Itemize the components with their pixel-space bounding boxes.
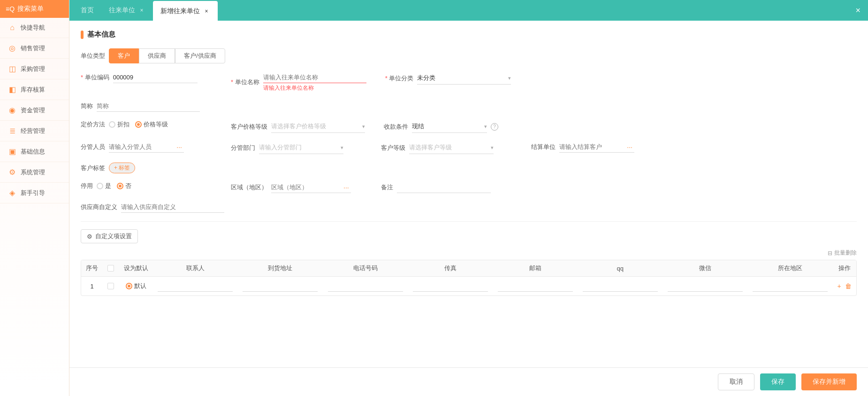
disabled-yes-option[interactable]: 是 [97,182,111,190]
unit-type-supplier-btn[interactable]: 供应商 [139,48,175,63]
sidebar-item-label: 快捷导航 [21,23,45,32]
abbr-input[interactable] [97,101,200,112]
manager-more-btn[interactable]: ··· [175,143,184,151]
sidebar-item-label: 基础信息 [21,148,45,156]
manager-input[interactable] [109,141,175,152]
unit-type-both-btn[interactable]: 客户/供应商 [175,48,225,63]
col-wechat: 微信 [662,260,747,277]
manager-input-wrapper: ··· [109,141,184,153]
region-input[interactable] [271,182,342,193]
remark-group: 备注 [381,182,512,193]
email-input[interactable] [498,280,573,292]
tab-unit-new-close[interactable]: × [203,8,210,15]
row-default-radio[interactable] [126,283,132,289]
row-checkbox[interactable] [107,283,114,289]
sidebar-item-inventory[interactable]: ◧ 库存核算 [0,79,69,100]
pricing-discount-radio[interactable] [109,121,115,128]
sidebar-item-finance[interactable]: ◉ 资金管理 [0,100,69,121]
col-default: 设为默认 [119,260,152,277]
col-contact: 联系人 [153,260,238,277]
main-area: 首页 往来单位 × 新增往来单位 × × 基本信息 单位类型 客户 供应商 客 [69,0,868,396]
payment-terms-label: 收款条件 [384,123,408,131]
customer-level-label: 客户等级 [381,144,405,152]
search-menu-btn[interactable]: ≡Q 搜索菜单 [0,0,69,18]
batch-delete-btn[interactable]: ⊟ 批量删除 [828,249,857,257]
close-all-tabs-btn[interactable]: × [852,4,864,17]
tab-unit-list-close[interactable]: × [138,7,145,14]
unit-name-input[interactable] [263,72,366,83]
payment-terms-info-icon[interactable]: ? [491,123,498,131]
save-button[interactable]: 保存 [760,373,796,390]
sidebar-item-quick-nav[interactable]: ⌂ 快捷导航 [0,18,69,38]
disabled-no-label: 否 [125,182,131,190]
batch-delete-label: 批量删除 [834,249,857,257]
col-qq: qq [578,260,662,277]
customer-level-select[interactable]: 请选择客户等级 ▾ [409,141,494,154]
sidebar-item-label: 销售管理 [21,44,45,53]
fax-input[interactable] [413,280,488,292]
tab-unit-list[interactable]: 往来单位 × [101,0,153,21]
department-select[interactable]: 请输入分管部门 ▾ [259,141,343,154]
contact-input[interactable] [158,280,233,292]
sidebar-item-operations[interactable]: ≣ 经营管理 [0,121,69,141]
disabled-no-option[interactable]: 否 [117,182,131,190]
pricing-discount-option[interactable]: 折扣 [109,120,129,129]
unit-category-group: 单位分类 未分类 ▾ [385,72,517,85]
add-tag-btn[interactable]: + 标签 [109,163,135,173]
tab-home[interactable]: 首页 [73,0,101,21]
select-all-checkbox[interactable] [107,265,114,272]
delete-row-btn[interactable]: 🗑 [845,282,852,290]
phone-input[interactable] [328,280,403,292]
sidebar-item-base-info[interactable]: ▣ 基础信息 [0,141,69,162]
disabled-yes-radio[interactable] [97,183,103,189]
address-input[interactable] [243,280,318,292]
inventory-icon: ◧ [8,85,17,94]
sidebar-item-purchase[interactable]: ◫ 采购管理 [0,59,69,79]
section-header: 基本信息 [81,30,857,39]
sidebar-item-label: 资金管理 [21,106,45,115]
abbr-label: 简称 [81,102,93,110]
sidebar-item-label: 库存核算 [21,85,45,94]
save-new-button[interactable]: 保存并新增 [801,373,857,390]
customer-price-select[interactable]: 请选择客户价格等级 ▾ [271,120,365,133]
search-menu-label: 搜索菜单 [17,5,44,13]
custom-settings-btn[interactable]: ⚙ 自定义项设置 [81,229,138,243]
unit-category-value: 未分类 [417,74,435,82]
chevron-down-icon: ▾ [508,75,511,81]
settlement-input[interactable] [559,141,625,152]
unit-type-customer-btn[interactable]: 客户 [109,48,139,63]
tab-unit-new[interactable]: 新增往来单位 × [153,1,218,22]
remark-input[interactable] [397,182,491,193]
cancel-button[interactable]: 取消 [718,373,754,390]
unit-name-group: 单位名称 请输入往来单位名称 [231,72,366,92]
pricing-level-option[interactable]: 价格等级 [135,120,168,129]
department-placeholder: 请输入分管部门 [259,143,302,152]
disabled-no-radio[interactable] [117,183,123,189]
qq-input[interactable] [583,280,658,292]
disabled-row: 停用 是 否 区域（地区） ··· [81,182,857,193]
region-more-btn[interactable]: ··· [342,184,351,191]
row-default-radio-option[interactable]: 默认 [123,282,148,290]
payment-terms-select[interactable]: 现结 ▾ [412,120,487,133]
col-phone: 电话号码 [323,260,408,277]
sidebar-item-system[interactable]: ⚙ 系统管理 [0,162,69,183]
settlement-more-btn[interactable]: ··· [625,143,634,151]
department-group: 分管部门 请输入分管部门 ▾ [231,141,362,154]
add-row-btn[interactable]: + [838,282,841,290]
pricing-level-radio[interactable] [135,121,142,128]
wechat-input[interactable] [668,280,743,292]
sidebar-item-sales[interactable]: ◎ 销售管理 [0,38,69,59]
disabled-label: 停用 [81,182,93,190]
section-icon [81,31,84,39]
cell-index: 1 [81,277,103,296]
unit-category-select[interactable]: 未分类 ▾ [417,72,511,85]
sidebar-item-guide[interactable]: ◈ 新手引导 [0,183,69,203]
col-fax: 传真 [408,260,493,277]
sidebar-item-label: 新手引导 [21,189,45,197]
col-address: 到货地址 [238,260,323,277]
pricing-radio-group: 折扣 价格等级 [109,120,168,129]
region-table-input[interactable] [753,280,828,292]
supplier-custom-input[interactable] [121,202,224,213]
manager-group: 分管人员 ··· [81,141,212,153]
unit-code-input[interactable] [113,72,198,83]
